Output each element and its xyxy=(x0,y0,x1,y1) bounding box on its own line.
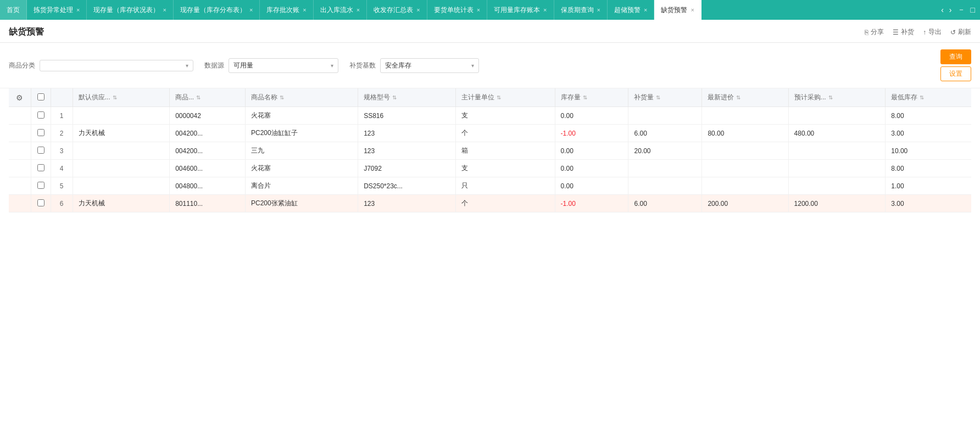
tab-item-9[interactable]: 保质期查询× xyxy=(554,0,608,20)
stock-sort-icon[interactable]: ⇅ xyxy=(583,94,587,100)
min-stock-sort-icon[interactable]: ⇅ xyxy=(920,94,924,100)
replenish-icon: ☰ xyxy=(893,29,899,36)
row-spec-3: J7092 xyxy=(358,160,456,177)
row-stock-3: 0.00 xyxy=(555,160,628,177)
tab-maximize-button[interactable]: □ xyxy=(968,4,978,15)
row-check-3 xyxy=(31,160,51,177)
datasource-select[interactable]: 可用量 ▾ xyxy=(229,58,338,73)
supplier-sort-icon[interactable]: ⇅ xyxy=(113,94,117,100)
header-actions: ⎘ 分享 ☰ 补货 ↑ 导出 ↺ 刷新 xyxy=(865,27,971,37)
tab-close-6[interactable]: × xyxy=(416,7,420,13)
tab-close-3[interactable]: × xyxy=(249,7,253,13)
tab-item-7[interactable]: 要货单统计表× xyxy=(427,0,487,20)
row-settings-4 xyxy=(9,177,31,195)
row-num-4: 5 xyxy=(51,177,73,195)
th-latest-price: 最新进价 ⇅ xyxy=(702,88,788,107)
th-replenish-qty: 补货量 ⇅ xyxy=(628,88,702,107)
row-num-0: 1 xyxy=(51,107,73,125)
row-checkbox-3[interactable] xyxy=(37,164,44,171)
row-min-stock-3: 8.00 xyxy=(886,160,971,177)
tab-item-0[interactable]: 首页 xyxy=(0,0,27,20)
tab-item-6[interactable]: 收发存汇总表× xyxy=(367,0,427,20)
tab-close-7[interactable]: × xyxy=(477,7,480,13)
row-price-4 xyxy=(702,177,788,195)
category-select[interactable]: ▾ xyxy=(40,60,193,71)
tab-label-11: 缺货预警 xyxy=(661,5,687,15)
row-stock-0: 0.00 xyxy=(555,107,628,125)
tab-next-button[interactable]: › xyxy=(946,4,955,15)
refresh-button[interactable]: ↺ 刷新 xyxy=(950,27,971,37)
share-button[interactable]: ⎘ 分享 xyxy=(865,27,884,37)
tab-label-10: 超储预警 xyxy=(614,5,641,15)
tab-item-10[interactable]: 超储预警× xyxy=(608,0,654,20)
tab-item-5[interactable]: 出入库流水× xyxy=(314,0,367,20)
tab-label-4: 库存批次账 xyxy=(266,5,299,15)
row-price-1: 80.00 xyxy=(702,125,788,142)
export-button[interactable]: ↑ 导出 xyxy=(923,27,942,37)
row-code-5: 801110... xyxy=(170,195,246,212)
tab-item-11[interactable]: 缺货预警× xyxy=(654,0,701,20)
datasource-chevron-icon: ▾ xyxy=(331,63,333,69)
replenish-button[interactable]: ☰ 补货 xyxy=(893,27,914,37)
replenish-base-select[interactable]: 安全库存 ▾ xyxy=(380,58,479,73)
settings-button[interactable]: 设置 xyxy=(940,66,971,81)
select-all-checkbox[interactable] xyxy=(37,93,44,100)
row-replenish-0 xyxy=(628,107,702,125)
tab-close-10[interactable]: × xyxy=(644,7,647,13)
table-header-row: ⚙ 默认供应... ⇅ 商品... xyxy=(9,88,971,107)
row-settings-1 xyxy=(9,125,31,142)
tab-close-5[interactable]: × xyxy=(357,7,360,13)
tab-close-1[interactable]: × xyxy=(76,7,80,13)
row-checkbox-0[interactable] xyxy=(37,111,44,119)
tab-item-1[interactable]: 拣货异常处理× xyxy=(27,0,87,20)
row-settings-3 xyxy=(9,160,31,177)
replenish-base-chevron-icon: ▾ xyxy=(471,63,474,69)
unit-sort-icon[interactable]: ⇅ xyxy=(497,94,501,100)
tab-item-4[interactable]: 库存批次账× xyxy=(260,0,313,20)
tab-prev-button[interactable]: ‹ xyxy=(938,4,946,15)
replenish-base-label: 补货基数 xyxy=(349,61,376,70)
price-sort-icon[interactable]: ⇅ xyxy=(736,94,740,100)
tab-item-2[interactable]: 现存量（库存状况表）× xyxy=(87,0,173,20)
th-estimated-purchase: 预计采购... ⇅ xyxy=(788,88,886,107)
tab-close-4[interactable]: × xyxy=(303,7,306,13)
tab-close-9[interactable]: × xyxy=(597,7,600,13)
tab-close-8[interactable]: × xyxy=(543,7,547,13)
row-checkbox-2[interactable] xyxy=(37,147,44,154)
table-gear-icon[interactable]: ⚙ xyxy=(16,93,23,102)
tab-close-2[interactable]: × xyxy=(163,7,166,13)
row-spec-2: 123 xyxy=(358,142,456,160)
tab-label-8: 可用量库存账本 xyxy=(494,5,540,15)
tab-item-3[interactable]: 现存量（库存分布表）× xyxy=(174,0,260,20)
name-sort-icon[interactable]: ⇅ xyxy=(280,94,284,100)
row-price-2 xyxy=(702,142,788,160)
row-replenish-3 xyxy=(628,160,702,177)
tab-bar: 首页拣货异常处理×现存量（库存状况表）×现存量（库存分布表）×库存批次账×出入库… xyxy=(0,0,980,20)
category-filter-group: 商品分类 ▾ xyxy=(9,60,193,71)
row-replenish-4 xyxy=(628,177,702,195)
row-checkbox-5[interactable] xyxy=(37,199,44,206)
row-stock-4: 0.00 xyxy=(555,177,628,195)
row-name-2: 三九 xyxy=(246,142,358,160)
query-button[interactable]: 查询 xyxy=(940,49,971,64)
tab-label-7: 要货单统计表 xyxy=(434,5,474,15)
spec-sort-icon[interactable]: ⇅ xyxy=(392,94,397,100)
row-min-stock-4: 1.00 xyxy=(886,177,971,195)
table-row: 2 力天机械 004200... PC200油缸缸子 123 个 -1.00 6… xyxy=(9,125,971,142)
tab-close-11[interactable]: × xyxy=(691,7,694,13)
th-num xyxy=(51,88,73,107)
row-unit-4: 只 xyxy=(456,177,555,195)
tab-label-6: 收发存汇总表 xyxy=(374,5,413,15)
row-settings-2 xyxy=(9,142,31,160)
row-check-2 xyxy=(31,142,51,160)
row-estimated-4 xyxy=(788,177,886,195)
tab-minimize-button[interactable]: － xyxy=(955,4,968,16)
row-estimated-5: 1200.00 xyxy=(788,195,886,212)
estimated-sort-icon[interactable]: ⇅ xyxy=(828,94,833,100)
code-sort-icon[interactable]: ⇅ xyxy=(196,94,201,100)
row-price-3 xyxy=(702,160,788,177)
tab-item-8[interactable]: 可用量库存账本× xyxy=(487,0,554,20)
row-checkbox-4[interactable] xyxy=(37,182,44,189)
row-checkbox-1[interactable] xyxy=(37,129,44,136)
replenish-sort-icon[interactable]: ⇅ xyxy=(656,94,660,100)
